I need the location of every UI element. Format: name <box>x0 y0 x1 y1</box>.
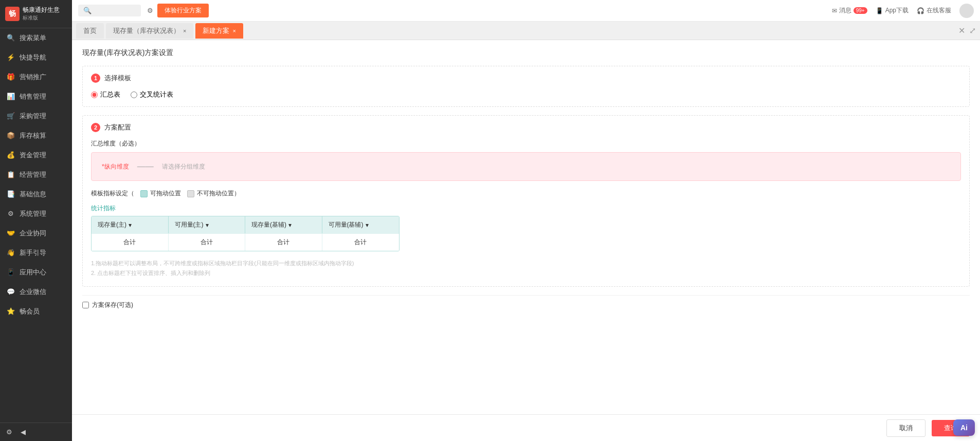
cancel-button[interactable]: 取消 <box>886 419 925 437</box>
stats-col-1-dropdown-icon[interactable]: ▾ <box>129 222 132 229</box>
search-icon: 🔍 <box>6 33 15 43</box>
sidebar-item-enterprise[interactable]: 🤝 企业协同 <box>0 224 72 243</box>
step1-section: 1 选择模板 汇总表 交叉统计表 <box>82 66 970 107</box>
save-option-row: 方案保存(可选) <box>82 295 970 315</box>
messages-label: 消息 <box>839 6 851 15</box>
tab-inventory-close-icon[interactable]: × <box>183 28 186 34</box>
marketing-icon: 🎁 <box>6 72 15 82</box>
finance-icon: 💰 <box>6 151 15 160</box>
radio-summary-input[interactable] <box>91 91 98 98</box>
sidebar-item-label: 快捷导航 <box>20 53 46 62</box>
sidebar-item-label: 库存核算 <box>20 131 46 140</box>
tips-section: 1.拖动标题栏可以调整布局，不可跨维度或指标区域拖动栏目字段(只能在同一维度或指… <box>91 260 961 277</box>
sidebar-item-system[interactable]: ⚙ 系统管理 <box>0 204 72 224</box>
stats-cell-1-2: 合计 <box>169 233 246 251</box>
online-service-button[interactable]: 🎧 在线客服 <box>917 6 951 15</box>
tab-inventory-status[interactable]: 现存量（库存状况表） × <box>106 23 193 39</box>
topbar-search-icon: 🔍 <box>83 7 92 14</box>
sidebar-item-purchase[interactable]: 🛒 采购管理 <box>0 106 72 126</box>
app-center-icon: 📱 <box>6 268 15 277</box>
basic-info-icon: 📑 <box>6 190 15 199</box>
stats-col-1[interactable]: 现存量(主) ▾ <box>92 216 169 233</box>
indicator-row: 模板指标设定（ 可拖动位置 不可拖动位置） <box>91 189 961 198</box>
sidebar-item-marketing[interactable]: 🎁 营销推广 <box>0 67 72 87</box>
vertical-dimension-label: *纵向维度 <box>102 162 129 171</box>
app-download-button[interactable]: 📱 App下载 <box>876 6 909 15</box>
wechat-icon: 💬 <box>6 287 15 297</box>
radio-cross-input[interactable] <box>131 91 137 98</box>
stats-col-4[interactable]: 可用量(基辅) ▾ <box>322 216 400 233</box>
stats-table-header: 现存量(主) ▾ 可用量(主) ▾ 现存量(基辅) ▾ <box>92 216 399 233</box>
topbar-right: ✉ 消息 99+ 📱 App下载 🎧 在线客服 <box>832 4 974 18</box>
sidebar-item-newbie[interactable]: 👋 新手引导 <box>0 243 72 263</box>
stats-col-1-label: 现存量(主) <box>98 220 126 229</box>
sidebar-item-label: 销售管理 <box>20 92 46 101</box>
online-service-label: 在线客服 <box>927 6 951 15</box>
tab-close-all-icon[interactable]: ✕ <box>958 26 965 35</box>
sidebar-item-quick-nav[interactable]: ⚡ 快捷导航 <box>0 48 72 67</box>
collapse-icon[interactable]: ◀ <box>21 428 26 436</box>
topbar-gear-icon[interactable]: ⚙ <box>147 7 153 14</box>
radio-summary[interactable]: 汇总表 <box>91 90 120 99</box>
app-name: 畅康通好生意 <box>23 6 60 14</box>
app-download-label: App下载 <box>885 6 909 15</box>
tip-1: 1.拖动标题栏可以调整布局，不可跨维度或指标区域拖动栏目字段(只能在同一维度或指… <box>91 260 961 267</box>
dimension-placeholder: 请选择分组维度 <box>162 162 205 171</box>
sidebar-item-inventory[interactable]: 📦 库存核算 <box>0 126 72 145</box>
messages-button[interactable]: ✉ 消息 99+ <box>832 6 867 15</box>
sidebar-item-sales[interactable]: 📊 销售管理 <box>0 87 72 106</box>
stats-col-4-label: 可用量(基辅) <box>329 220 364 229</box>
sidebar-item-search[interactable]: 🔍 搜索菜单 <box>0 28 72 48</box>
sidebar-item-wechat[interactable]: 💬 企业微信 <box>0 282 72 302</box>
radio-cross[interactable]: 交叉统计表 <box>131 90 173 99</box>
sidebar-item-label: 系统管理 <box>20 209 46 218</box>
operations-icon: 📋 <box>6 170 15 179</box>
sidebar-item-label: 应用中心 <box>20 268 46 277</box>
radio-cross-label: 交叉统计表 <box>140 90 173 99</box>
sidebar-item-operations[interactable]: 📋 经营管理 <box>0 165 72 185</box>
stats-col-3-dropdown-icon[interactable]: ▾ <box>288 222 292 229</box>
sidebar: 畅 畅康通好生意 标准版 🔍 搜索菜单 ⚡ 快捷导航 🎁 营销推广 📊 销售管理… <box>0 0 72 441</box>
sidebar-item-label: 采购管理 <box>20 112 46 121</box>
stats-col-4-dropdown-icon[interactable]: ▾ <box>366 222 369 229</box>
message-icon: ✉ <box>832 7 837 14</box>
tab-new-plan[interactable]: 新建方案 × <box>195 23 243 39</box>
topbar-search-input[interactable] <box>95 7 136 14</box>
sidebar-item-member[interactable]: ⭐ 畅会员 <box>0 302 72 321</box>
topbar: 🔍 ⚙ 体验行业方案 ✉ 消息 99+ 📱 App下载 🎧 在线客服 <box>72 0 980 22</box>
tab-home[interactable]: 首页 <box>76 23 104 39</box>
topbar-search-box[interactable]: 🔍 <box>78 5 141 16</box>
main-area: 🔍 ⚙ 体验行业方案 ✉ 消息 99+ 📱 App下载 🎧 在线客服 <box>72 0 980 441</box>
sidebar-item-finance[interactable]: 💰 资金管理 <box>0 145 72 165</box>
newbie-icon: 👋 <box>6 248 15 258</box>
inventory-icon: 📦 <box>6 131 15 140</box>
save-checkbox[interactable] <box>82 302 89 308</box>
app-logo-icon: 畅 <box>5 7 20 21</box>
settings-icon[interactable]: ⚙ <box>6 428 12 436</box>
messages-badge: 99+ <box>854 7 867 14</box>
stats-table: 现存量(主) ▾ 可用量(主) ▾ 现存量(基辅) ▾ <box>91 216 400 251</box>
avatar[interactable] <box>959 4 974 18</box>
sidebar-item-label: 企业微信 <box>20 287 46 297</box>
sales-icon: 📊 <box>6 92 15 101</box>
indicator-label: 模板指标设定（ <box>91 189 134 198</box>
stats-table-body: 合计 合计 合计 合计 <box>92 233 399 251</box>
experience-industry-button[interactable]: 体验行业方案 <box>157 4 209 17</box>
ai-float-button[interactable]: Ai <box>953 419 975 436</box>
tab-expand-icon[interactable]: ⤢ <box>969 26 976 35</box>
topbar-left: 🔍 ⚙ 体验行业方案 <box>78 4 828 17</box>
app-version: 标准版 <box>23 14 60 22</box>
draggable-indicator: 可拖动位置 <box>140 189 181 198</box>
tab-new-plan-close-icon[interactable]: × <box>232 28 235 34</box>
dimension-box: *纵向维度 —— 请选择分组维度 <box>91 152 961 181</box>
stats-col-2-label: 可用量(主) <box>175 220 204 229</box>
sidebar-item-basic-info[interactable]: 📑 基础信息 <box>0 185 72 204</box>
stats-cell-1-4: 合计 <box>322 233 400 251</box>
stats-col-3[interactable]: 现存量(基辅) ▾ <box>245 216 322 233</box>
stats-col-2-dropdown-icon[interactable]: ▾ <box>206 222 209 229</box>
sidebar-item-app-center[interactable]: 📱 应用中心 <box>0 263 72 282</box>
tab-home-label: 首页 <box>83 26 97 35</box>
stats-col-2[interactable]: 可用量(主) ▾ <box>169 216 246 233</box>
bottom-bar: 取消 查询 <box>72 414 980 441</box>
sidebar-item-label: 企业协同 <box>20 229 46 238</box>
